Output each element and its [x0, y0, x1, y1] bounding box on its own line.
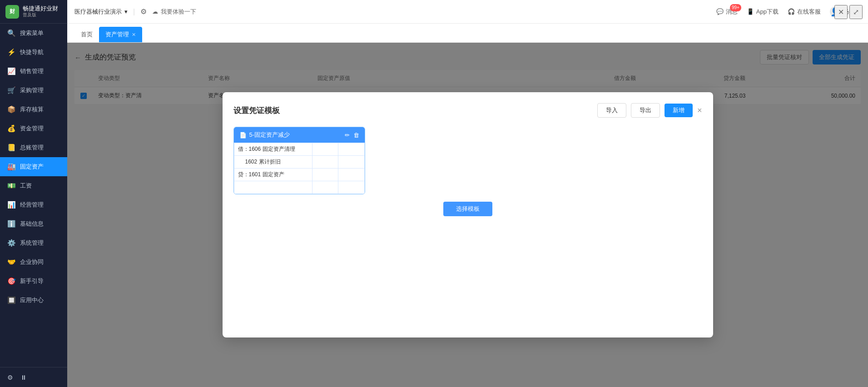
entry-label-1: 借：1606 固定资产清理	[234, 143, 312, 156]
sidebar-item-salary[interactable]: 💵 工资	[0, 176, 67, 195]
sidebar-scroll: 🔍 搜索菜单 ⚡ 快捷导航 📈 销售管理 🛒 采购管理 📦 库存核算 💰 资金管…	[0, 24, 67, 367]
template-entry-row	[234, 181, 364, 194]
cloud-icon: ☁	[152, 8, 158, 15]
sidebar-item-guide[interactable]: 🎯 新手引导	[0, 272, 67, 291]
sidebar-item-search-menu[interactable]: 🔍 搜索菜单	[0, 24, 67, 43]
entry-credit-4	[338, 181, 364, 194]
company-name: 医疗器械行业演示	[74, 8, 122, 16]
modal-overlay: 设置凭证模板 导入 导出 新增 × 📄	[67, 43, 868, 387]
window-expand-button[interactable]: ⤢	[849, 5, 863, 19]
sidebar-item-quick-nav[interactable]: ⚡ 快捷导航	[0, 43, 67, 62]
entry-debit-3	[312, 169, 338, 181]
select-template-button[interactable]: 选择模板	[443, 202, 492, 216]
sidebar-icon-app-center: 🔲	[7, 296, 15, 304]
template-card-header-actions: ✏ 🗑	[345, 132, 359, 139]
content-area: ← 生成的凭证预览 批量凭证核对 全部生成凭证 变动类型 资产名称 固定资产原值…	[67, 43, 868, 387]
tab-close-icon[interactable]: ✕	[132, 32, 136, 38]
sidebar-label-fixed-assets: 固定资产	[20, 163, 44, 171]
main-area: 医疗器械行业演示 ▾ | ⚙ ☁ 我要体验一下 💬 消息 99+ 📱 App下载…	[67, 0, 868, 387]
sidebar-item-sales[interactable]: 📈 销售管理	[0, 62, 67, 81]
entry-credit-1	[338, 143, 364, 156]
sidebar-label-enterprise: 企业协同	[20, 258, 44, 266]
template-card-name: 5-固定资产减少	[249, 131, 290, 139]
topbar-settings-icon[interactable]: ⚙	[140, 7, 147, 16]
sidebar-label-search-menu: 搜索菜单	[20, 29, 44, 37]
entry-debit-4	[312, 181, 338, 194]
app-download-action[interactable]: 📱 App下载	[747, 8, 779, 16]
tab-asset-management-label: 资产管理	[105, 30, 129, 39]
export-button[interactable]: 导出	[631, 103, 660, 118]
entry-label-3: 贷：1601 固定资产	[234, 169, 312, 181]
sidebar-item-purchase[interactable]: 🛒 采购管理	[0, 81, 67, 100]
app-download-icon: 📱	[747, 8, 754, 15]
sidebar-item-basic-info[interactable]: ℹ️ 基础信息	[0, 214, 67, 233]
entry-credit-3	[338, 169, 364, 181]
messages-badge: 99+	[730, 4, 741, 11]
template-delete-icon[interactable]: 🗑	[353, 132, 359, 139]
settings-footer-icon[interactable]: ⚙	[7, 374, 13, 381]
online-service-label: 在线客服	[797, 8, 821, 16]
online-service-action[interactable]: 🎧 在线客服	[788, 8, 821, 16]
modal-close-button[interactable]: ×	[697, 106, 702, 115]
tabs-bar: 首页 资产管理 ✕ ✕ ⤢	[67, 24, 868, 43]
sidebar-label-inventory: 库存核算	[20, 105, 44, 114]
window-close-button[interactable]: ✕	[834, 5, 848, 19]
template-entry-row: 借：1606 固定资产清理	[234, 143, 364, 156]
sidebar-label-sales: 销售管理	[20, 67, 44, 75]
sidebar-label-salary: 工资	[20, 182, 32, 190]
tab-home-label: 首页	[81, 30, 93, 39]
logo-text: 畅捷通好业财	[23, 5, 58, 12]
sidebar-icon-fund: 💰	[7, 124, 15, 133]
sidebar-item-fund[interactable]: 💰 资金管理	[0, 119, 67, 138]
sidebar-icon-salary: 💵	[7, 182, 15, 190]
experience-text: 我要体验一下	[161, 8, 196, 16]
template-entry-row: 贷：1601 固定资产	[234, 169, 364, 181]
entry-credit-2	[338, 156, 364, 169]
entry-debit-1	[312, 143, 338, 156]
tab-home[interactable]: 首页	[74, 27, 99, 42]
sidebar-icon-purchase: 🛒	[7, 86, 15, 94]
template-card-header: 📄 5-固定资产减少 ✏ 🗑	[234, 127, 365, 143]
voucher-template-modal: 设置凭证模板 导入 导出 新增 × 📄	[223, 92, 713, 337]
sidebar-icon-inventory: 📦	[7, 105, 15, 114]
topbar: 医疗器械行业演示 ▾ | ⚙ ☁ 我要体验一下 💬 消息 99+ 📱 App下载…	[67, 0, 868, 24]
new-button[interactable]: 新增	[665, 104, 693, 117]
sidebar-label-app-center: 应用中心	[20, 296, 44, 304]
sidebar-icon-quick-nav: ⚡	[7, 48, 15, 56]
sidebar-item-operation[interactable]: 📊 经营管理	[0, 195, 67, 214]
entry-label-2: 1602 累计折旧	[234, 156, 312, 169]
sidebar-item-system[interactable]: ⚙️ 系统管理	[0, 233, 67, 253]
logo-edition: 普及版	[23, 12, 58, 18]
pause-footer-icon[interactable]: ⏸	[20, 374, 27, 381]
sidebar-icon-fixed-assets: 🏭	[7, 163, 15, 171]
modal-title: 设置凭证模板	[233, 105, 280, 116]
import-button[interactable]: 导入	[597, 103, 626, 118]
sidebar-icon-sales: 📈	[7, 67, 15, 75]
window-controls: ✕ ⤢	[829, 0, 868, 24]
sidebar-label-guide: 新手引导	[20, 277, 44, 285]
sidebar-item-enterprise[interactable]: 🤝 企业协同	[0, 253, 67, 272]
company-selector[interactable]: 医疗器械行业演示 ▾	[74, 8, 128, 16]
sidebar-label-system: 系统管理	[20, 239, 44, 247]
sidebar-item-inventory[interactable]: 📦 库存核算	[0, 100, 67, 119]
messages-icon: 💬	[716, 8, 724, 15]
sidebar-icon-ledger: 📒	[7, 144, 15, 152]
sidebar-icon-operation: 📊	[7, 201, 15, 209]
sidebar-label-fund: 资金管理	[20, 124, 44, 133]
experience-button[interactable]: ☁ 我要体验一下	[152, 8, 196, 16]
sidebar-item-fixed-assets[interactable]: 🏭 固定资产	[0, 157, 67, 176]
tab-asset-management[interactable]: 资产管理 ✕	[99, 27, 142, 42]
sidebar-footer: ⚙ ⏸	[0, 367, 67, 387]
company-dropdown-icon: ▾	[124, 8, 128, 15]
online-service-icon: 🎧	[788, 8, 795, 15]
sidebar-icon-basic-info: ℹ️	[7, 220, 15, 228]
sidebar-label-ledger: 总账管理	[20, 144, 44, 152]
logo-icon: 财	[5, 5, 19, 19]
sidebar-icon-system: ⚙️	[7, 239, 15, 247]
template-edit-icon[interactable]: ✏	[345, 132, 350, 139]
sidebar-item-app-center[interactable]: 🔲 应用中心	[0, 291, 67, 310]
messages-action[interactable]: 💬 消息 99+	[716, 8, 738, 16]
template-card-doc-icon: 📄	[239, 132, 247, 139]
sidebar-item-ledger[interactable]: 📒 总账管理	[0, 138, 67, 157]
modal-header: 设置凭证模板 导入 导出 新增 ×	[233, 103, 702, 118]
